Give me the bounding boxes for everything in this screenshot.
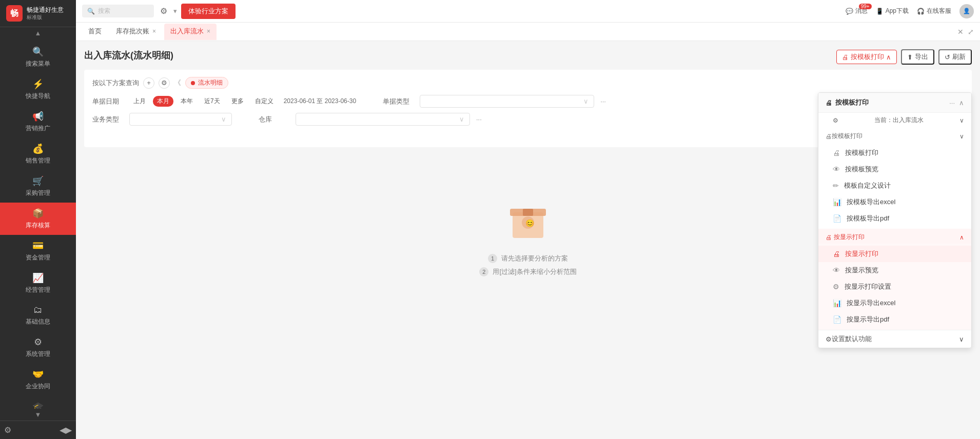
dropdown-footer[interactable]: ⚙ 设置默认功能 ∨ <box>818 330 971 348</box>
doc-type-select[interactable]: ∨ <box>420 95 594 108</box>
warehouse-chevron: ∨ <box>459 115 464 123</box>
tab-close-btn[interactable]: ✕ <box>957 28 964 36</box>
dropdown-collapse-btn[interactable]: ∧ <box>959 99 964 107</box>
dropdown-section1-label: 按模板打印 <box>832 132 863 141</box>
date-this-year[interactable]: 本年 <box>177 96 197 107</box>
dropdown-item-display-settings[interactable]: ⚙ 按显示打印设置 <box>818 278 971 295</box>
date-last7[interactable]: 近7天 <box>200 96 224 107</box>
sidebar-item-marketing-label: 营销推广 <box>26 124 50 133</box>
sidebar-item-guide[interactable]: 🎓 新手引导 <box>0 396 76 409</box>
topbar-right: 💬 消息 99+ 📱 App下载 🎧 在线客服 👤 <box>846 4 974 18</box>
sidebar-item-search-label: 搜索菜单 <box>26 59 50 68</box>
dropdown-more-btn[interactable]: ··· <box>949 99 955 107</box>
tab-batch[interactable]: 库存批次账 × <box>110 24 162 40</box>
date-more[interactable]: 更多 <box>227 96 248 107</box>
sidebar-scroll-up[interactable]: ▲ <box>0 27 76 39</box>
tab-expand-btn[interactable]: ⤢ <box>968 28 974 36</box>
flow-tag-label: 流水明细 <box>198 78 223 87</box>
sidebar-scroll-down[interactable]: ▼ <box>0 409 76 421</box>
filter-header: 按以下方案查询 + ⚙ 《 流水明细 <box>92 77 964 89</box>
search-nav-icon: 🔍 <box>32 46 44 57</box>
refresh-btn[interactable]: ↺ 刷新 <box>938 49 972 65</box>
inventory-icon: 📦 <box>32 208 44 219</box>
dropdown-item-template-print[interactable]: 🖨 按模板打印 <box>818 145 971 161</box>
topbar-search[interactable]: 🔍 搜索 <box>82 5 154 17</box>
dropdown-current-label: 当前：出入库流水 <box>874 116 924 125</box>
avatar-icon: 👤 <box>963 8 970 14</box>
dropdown-title: 🖨 按模板打印 <box>826 98 869 107</box>
dropdown-item-display-excel[interactable]: 📊 按显示导出excel <box>818 295 971 311</box>
tab-flow-close[interactable]: × <box>207 28 210 35</box>
sidebar-item-sales[interactable]: 💰 销售管理 <box>0 138 76 170</box>
template-preview-label: 按模板预览 <box>845 165 878 174</box>
sidebar-item-marketing[interactable]: 📢 营销推广 <box>0 106 76 138</box>
print-label: 按模板打印 <box>851 52 884 62</box>
dropdown-item-display-preview[interactable]: 👁 按显示预览 <box>818 262 971 278</box>
warehouse-label: 仓库 <box>259 115 289 124</box>
empty-icon: 😊 <box>502 194 554 246</box>
sales-icon: 💰 <box>32 143 44 154</box>
export-btn[interactable]: ⬆ 导出 <box>901 49 934 65</box>
topbar: 🔍 搜索 ⚙ ▾ 体验行业方案 💬 消息 99+ 📱 App下载 🎧 在线客服 … <box>76 0 980 23</box>
sidebar-item-finance[interactable]: 💳 资金管理 <box>0 235 76 267</box>
collapse-sidebar-icon[interactable]: ◀▶ <box>60 425 72 435</box>
sidebar-item-basic[interactable]: 🗂 基础信息 <box>0 300 76 331</box>
topbar-chevron-icon[interactable]: ▾ <box>173 7 177 15</box>
filter-label: 按以下方案查询 <box>92 78 139 88</box>
warehouse-select[interactable]: ∨ <box>296 113 470 126</box>
sidebar-item-finance-label: 资金管理 <box>26 253 50 262</box>
dropdown-item-template-preview[interactable]: 👁 按模板预览 <box>818 161 971 177</box>
dropdown-item-template-customize[interactable]: ✏ 模板自定义设计 <box>818 177 971 194</box>
tab-batch-close[interactable]: × <box>152 28 156 35</box>
tab-flow[interactable]: 出入库流水 × <box>164 24 217 40</box>
dropdown-section2-chevron: ∧ <box>959 234 964 241</box>
sidebar-item-system[interactable]: ⚙ 系统管理 <box>0 331 76 364</box>
sidebar-item-shortcut[interactable]: ⚡ 快捷导航 <box>0 73 76 106</box>
dropdown-print-icon: 🖨 <box>826 99 832 107</box>
sidebar-item-search[interactable]: 🔍 搜索菜单 <box>0 41 76 73</box>
biz-type-select[interactable]: ∨ <box>129 113 232 126</box>
warehouse-more-icon[interactable]: ··· <box>476 115 482 123</box>
logo-text-block: 畅捷通好生意 标准版 <box>27 6 64 22</box>
flow-tag[interactable]: 流水明细 <box>185 77 228 89</box>
dropdown-item-display-pdf[interactable]: 📄 按显示导出pdf <box>818 311 971 328</box>
filter-settings-btn[interactable]: ⚙ <box>159 77 170 89</box>
template-excel-label: 按模板导出excel <box>847 197 895 207</box>
dropdown-item-template-excel[interactable]: 📊 按模板导出excel <box>818 194 971 210</box>
doc-type-more-icon[interactable]: ··· <box>600 97 606 105</box>
dropdown-panel: 🖨 按模板打印 ··· ∧ ⚙ 当前：出入库流水 ∨ 🖨 按模板打印 ∨ <box>818 92 972 348</box>
print-btn[interactable]: 🖨 按模板打印 ∧ <box>836 50 897 64</box>
template-excel-icon: 📊 <box>833 198 841 206</box>
topbar-online-service[interactable]: 🎧 在线客服 <box>917 7 951 15</box>
date-custom[interactable]: 自定义 <box>251 96 278 107</box>
sidebar-item-collab[interactable]: 🤝 企业协同 <box>0 364 76 396</box>
topbar-msg[interactable]: 💬 消息 99+ <box>846 7 868 15</box>
dropdown-item-display-print[interactable]: 🖨 按显示打印 <box>818 246 971 262</box>
filter-add-btn[interactable]: + <box>143 77 154 89</box>
sidebar-item-operation[interactable]: 📈 经营管理 <box>0 267 76 300</box>
date-this-month[interactable]: 本月 <box>153 96 173 107</box>
topbar-gear-icon[interactable]: ⚙ <box>158 4 169 18</box>
tab-home[interactable]: 首页 <box>82 24 108 40</box>
sidebar-item-collab-label: 企业协同 <box>26 382 50 391</box>
date-last-month[interactable]: 上月 <box>129 96 150 107</box>
dropdown-section2-header[interactable]: 🖨 按显示打印 ∧ <box>818 229 971 244</box>
topbar-avatar[interactable]: 👤 <box>959 4 974 18</box>
topbar-app-download[interactable]: 📱 App下载 <box>876 7 909 15</box>
dropdown-section1-items: 🖨 按模板打印 👁 按模板预览 ✏ 模板自定义设计 📊 按模板导出excel 📄 <box>818 143 971 229</box>
template-pdf-icon: 📄 <box>833 214 841 223</box>
sidebar-item-basic-label: 基础信息 <box>26 317 50 326</box>
display-preview-label: 按显示预览 <box>845 266 878 275</box>
sidebar-item-inventory[interactable]: 📦 库存核算 <box>0 203 76 235</box>
display-excel-label: 按显示导出excel <box>847 298 895 308</box>
industry-btn[interactable]: 体验行业方案 <box>181 4 236 19</box>
dropdown-item-template-pdf[interactable]: 📄 按模板导出pdf <box>818 210 971 227</box>
settings-bottom-icon[interactable]: ⚙ <box>4 425 11 435</box>
collab-icon: 🤝 <box>32 369 44 380</box>
sidebar-item-purchase[interactable]: 🛒 采购管理 <box>0 170 76 203</box>
action-bar: 🖨 按模板打印 ∧ ⬆ 导出 ↺ 刷新 <box>836 49 972 65</box>
dropdown-section1-header[interactable]: 🖨 按模板打印 ∨ <box>818 128 971 143</box>
display-print-label: 按显示打印 <box>845 249 878 258</box>
filter-collapse-btn[interactable]: 《 <box>174 78 181 88</box>
dropdown-current: ⚙ 当前：出入库流水 ∨ <box>818 113 971 128</box>
